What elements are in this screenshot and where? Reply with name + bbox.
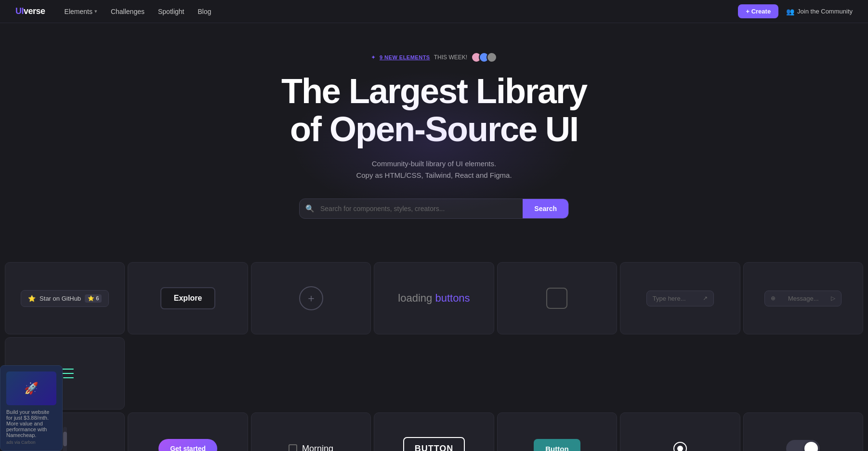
type-input-widget[interactable]: Type here... ↗ xyxy=(646,291,714,306)
arrow-icon: ▷ xyxy=(831,295,835,302)
ad-image: 🚀 xyxy=(6,371,56,405)
new-elements-label[interactable]: 9 NEW ELEMENTS xyxy=(380,54,430,60)
search-icon: 🔍 xyxy=(300,204,320,213)
toggle-square-widget[interactable] xyxy=(546,288,567,309)
grid-cell-get-started: Get started xyxy=(128,412,248,451)
get-started-button[interactable]: Get started xyxy=(158,439,217,451)
scrollbar-track[interactable] xyxy=(63,427,67,451)
hamburger-line-3 xyxy=(63,377,74,378)
github-icon: ⭐ xyxy=(28,295,36,302)
grid-cell-toggle-square xyxy=(497,262,617,334)
logo-verse: verse xyxy=(24,6,45,16)
navbar: UIverse Elements ▾ Challenges Spotlight … xyxy=(0,0,868,23)
explore-dark-button[interactable]: Explore xyxy=(160,287,216,309)
button-outline-widget[interactable]: BUTTON xyxy=(403,437,465,451)
grid-cell-explore-dark: Explore xyxy=(128,262,248,334)
search-input[interactable] xyxy=(320,199,523,218)
grid-cell-button-teal: Button xyxy=(497,412,617,451)
ad-via: ads via Carbon xyxy=(6,440,56,445)
plus-circle-button[interactable]: ＋ xyxy=(299,286,323,310)
logo-ui: UI xyxy=(15,6,24,16)
nav-actions: + Create 👥 Join the Community xyxy=(738,4,853,18)
radio-widget[interactable] xyxy=(673,442,687,451)
morning-checkbox-widget[interactable]: Morning xyxy=(289,444,333,451)
ad-banner[interactable]: 🚀 Build your website for just $3.88/mth.… xyxy=(0,365,63,451)
grid-row-2: Get started Morning BUTTON Button xyxy=(5,412,863,451)
chevron-down-icon: ▾ xyxy=(94,8,97,14)
hero-subtitle: Community-built library of UI elements. … xyxy=(10,158,858,181)
ui-grid: ⭐ Star on GitHub ⭐ 6 Explore ＋ loading b… xyxy=(0,262,868,451)
radio-outer[interactable] xyxy=(673,442,687,451)
loading-text: loading buttons xyxy=(398,292,470,305)
avatar-3 xyxy=(487,52,497,63)
toggle-switch-widget[interactable] xyxy=(786,440,820,451)
grid-cell-star-github: ⭐ Star on GitHub ⭐ 6 xyxy=(5,262,125,334)
nav-blog[interactable]: Blog xyxy=(197,8,211,15)
buttons-highlight: buttons xyxy=(435,292,470,304)
grid-cell-morning: Morning xyxy=(251,412,371,451)
toggle-knob xyxy=(804,442,818,451)
scrollbar-thumb[interactable] xyxy=(63,432,67,446)
join-community-button[interactable]: 👥 Join the Community xyxy=(786,8,853,15)
community-icon: 👥 xyxy=(786,8,794,15)
hero-badge: ✦ 9 NEW ELEMENTS THIS WEEK! xyxy=(371,52,497,63)
contributor-avatars xyxy=(471,52,497,63)
grid-cell-loading: loading buttons xyxy=(374,262,494,334)
hero-section: ✦ 9 NEW ELEMENTS THIS WEEK! The Largest … xyxy=(0,23,868,262)
nav-elements[interactable]: Elements ▾ xyxy=(65,8,97,15)
search-button[interactable]: Search xyxy=(523,199,568,218)
radio-inner xyxy=(677,446,683,451)
badge-suffix: THIS WEEK! xyxy=(434,54,467,61)
grid-cell-button-outline: BUTTON xyxy=(374,412,494,451)
grid-cell-message: ⊕ Message... ▷ xyxy=(743,262,863,334)
grid-cell-toggle xyxy=(743,412,863,451)
star-count: ⭐ 6 xyxy=(85,294,102,303)
logo[interactable]: UIverse xyxy=(15,6,45,16)
ad-text: Build your website for just $3.88/mth. M… xyxy=(6,409,56,438)
star-label: Star on GitHub xyxy=(39,295,81,302)
create-button[interactable]: + Create xyxy=(738,4,778,18)
send-icon: ↗ xyxy=(703,295,708,302)
grid-row-1: ⭐ Star on GitHub ⭐ 6 Explore ＋ loading b… xyxy=(5,262,863,410)
star-github-widget[interactable]: ⭐ Star on GitHub ⭐ 6 xyxy=(21,290,109,307)
grid-cell-plus: ＋ xyxy=(251,262,371,334)
sparkle-icon: ✦ xyxy=(371,54,376,61)
grid-cell-type-input: Type here... ↗ xyxy=(620,262,740,334)
button-teal-widget[interactable]: Button xyxy=(534,439,580,451)
grid-cell-radio xyxy=(620,412,740,451)
nav-challenges[interactable]: Challenges xyxy=(111,8,145,15)
search-bar: 🔍 Search xyxy=(299,199,569,219)
checkbox-box[interactable] xyxy=(289,444,297,451)
hero-title: The Largest Library of Open-Source UI xyxy=(265,72,603,148)
nav-links: Elements ▾ Challenges Spotlight Blog xyxy=(65,8,738,15)
nav-spotlight[interactable]: Spotlight xyxy=(158,8,184,15)
morning-label: Morning xyxy=(302,444,333,451)
message-input-widget[interactable]: ⊕ Message... ▷ xyxy=(764,291,842,306)
